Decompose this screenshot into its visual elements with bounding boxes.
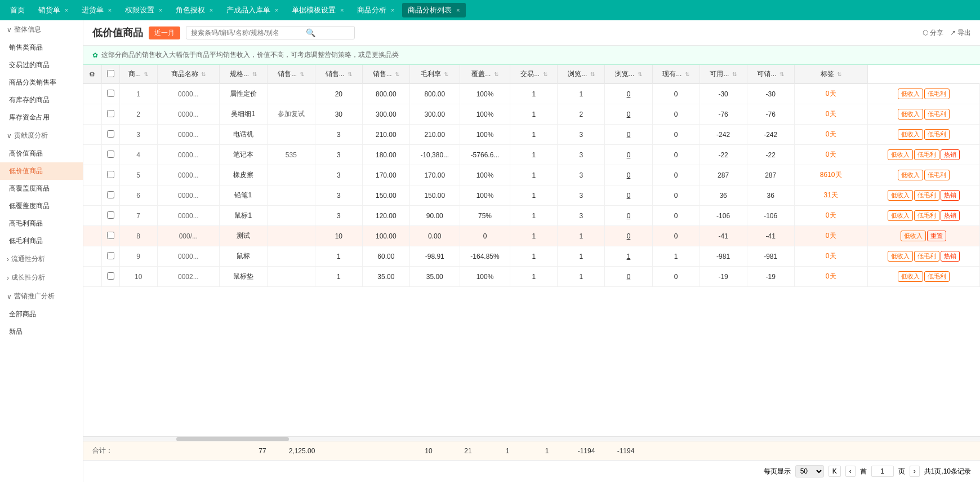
col-sales-qty[interactable]: 销售... ⇅ [267, 65, 315, 84]
nav-purchase-order[interactable]: 进货单 × [76, 3, 117, 17]
cell-checkbox[interactable] [101, 246, 119, 267]
nav-product-warehouse[interactable]: 产成品入库单 × [221, 3, 284, 17]
nav-product-analysis-list[interactable]: 商品分析列表 × [402, 3, 465, 17]
nav-sales-order[interactable]: 销货单 × [33, 3, 74, 17]
close-icon[interactable]: × [65, 7, 68, 14]
cell-checkbox[interactable] [101, 145, 119, 165]
col-checkbox[interactable] [101, 65, 119, 84]
view-count-link[interactable]: 0 [627, 212, 631, 220]
nav-permission[interactable]: 权限设置 × [119, 3, 168, 17]
row-checkbox[interactable] [107, 191, 114, 198]
close-icon[interactable]: × [275, 7, 278, 14]
close-icon[interactable]: × [159, 7, 162, 14]
col-code[interactable]: 商... ⇅ [119, 65, 157, 84]
sidebar-item-sales-products[interactable]: 销售类商品 [0, 39, 83, 56]
horizontal-scrollbar[interactable] [83, 436, 980, 441]
row-checkbox[interactable] [107, 130, 114, 138]
col-trade[interactable]: 交易... ⇅ [510, 65, 558, 84]
row-checkbox[interactable] [107, 252, 114, 259]
view-count-link[interactable]: 0 [627, 131, 631, 139]
row-checkbox[interactable] [107, 90, 114, 97]
col-available[interactable]: 可用... ⇅ [700, 65, 747, 84]
nav-product-analysis[interactable]: 商品分析 × [351, 3, 400, 17]
sidebar-section-contribution[interactable]: ∨ 贡献度分析 [0, 126, 83, 145]
sidebar-item-category-sales-rate[interactable]: 商品分类销售率 [0, 74, 83, 91]
cell-view1[interactable]: 0 [605, 206, 652, 226]
first-page-button[interactable]: K [828, 466, 841, 477]
sidebar-item-high-value[interactable]: 高价值商品 [0, 145, 83, 162]
close-icon[interactable]: × [391, 7, 394, 14]
sidebar-item-low-margin[interactable]: 低毛利商品 [0, 232, 83, 250]
cell-checkbox[interactable] [101, 267, 119, 287]
search-input[interactable] [191, 29, 304, 37]
view-count-link[interactable]: 0 [627, 232, 631, 240]
col-view1[interactable]: 浏览... ⇅ [558, 65, 605, 84]
cell-view1[interactable]: 0 [605, 104, 652, 125]
col-saleable[interactable]: 可销... ⇅ [747, 65, 794, 84]
cell-view1[interactable]: 0 [605, 145, 652, 165]
cell-view1[interactable]: 0 [605, 165, 652, 185]
col-view2[interactable]: 浏览... ⇅ [605, 65, 652, 84]
cell-checkbox[interactable] [101, 125, 119, 145]
cell-view1[interactable]: 0 [605, 267, 652, 287]
cell-checkbox[interactable] [101, 226, 119, 246]
col-name[interactable]: 商品名称 ⇅ [157, 65, 219, 84]
sidebar-item-low-coverage[interactable]: 低覆盖度商品 [0, 197, 83, 215]
next-page-button[interactable]: › [910, 466, 920, 477]
row-checkbox[interactable] [107, 211, 114, 219]
cell-view1[interactable]: 0 [605, 125, 652, 145]
close-icon[interactable]: × [340, 7, 344, 14]
cell-view1[interactable]: 1 [605, 246, 652, 267]
page-number-input[interactable] [871, 466, 894, 477]
col-spec[interactable]: 规格... ⇅ [219, 65, 267, 84]
filter-recent-month-button[interactable]: 近一月 [149, 26, 180, 39]
view-count-link[interactable]: 0 [627, 171, 631, 179]
close-icon[interactable]: × [210, 7, 213, 14]
col-gear[interactable]: ⚙ [83, 65, 101, 84]
sidebar-item-traded-products[interactable]: 交易过的商品 [0, 56, 83, 74]
col-sales-profit[interactable]: 销售... ⇅ [362, 65, 409, 84]
sidebar-section-overall[interactable]: ∨ 整体信息 [0, 20, 83, 39]
search-icon[interactable]: 🔍 [306, 28, 315, 37]
view-count-link[interactable]: 1 [627, 253, 631, 260]
nav-role-auth[interactable]: 角色授权 × [170, 3, 219, 17]
col-tags[interactable]: 标签 ⇅ [794, 65, 867, 84]
sidebar-section-marketing[interactable]: ∨ 营销推广分析 [0, 287, 83, 306]
sidebar-section-liquidity[interactable]: › 流通性分析 [0, 250, 83, 268]
close-icon[interactable]: × [108, 7, 112, 14]
sidebar-item-low-value[interactable]: 低价值商品 [0, 162, 83, 180]
view-count-link[interactable]: 0 [627, 90, 631, 98]
cell-checkbox[interactable] [101, 104, 119, 125]
view-count-link[interactable]: 0 [627, 192, 631, 200]
col-current[interactable]: 现有... ⇅ [652, 65, 700, 84]
col-coverage[interactable]: 覆盖... ⇅ [460, 65, 510, 84]
share-button[interactable]: ⬡ 分享 [923, 28, 943, 38]
table-container[interactable]: ⚙ 商... ⇅ 商品名称 ⇅ 规格... ⇅ 销售... ⇅ 销售... ⇅ … [83, 65, 980, 436]
view-count-link[interactable]: 0 [627, 110, 631, 118]
cell-view1[interactable]: 0 [605, 226, 652, 246]
prev-page-button[interactable]: ‹ [845, 466, 856, 477]
row-checkbox[interactable] [107, 110, 114, 117]
col-sales-amount[interactable]: 销售... ⇅ [315, 65, 362, 84]
row-checkbox[interactable] [107, 232, 114, 239]
sidebar-section-growth[interactable]: › 成长性分析 [0, 268, 83, 287]
cell-checkbox[interactable] [101, 84, 119, 104]
col-margin[interactable]: 毛利率 ⇅ [409, 65, 460, 84]
cell-checkbox[interactable] [101, 165, 119, 185]
cell-view1[interactable]: 0 [605, 185, 652, 206]
cell-checkbox[interactable] [101, 185, 119, 206]
sidebar-item-stocked-products[interactable]: 有库存的商品 [0, 91, 83, 109]
sidebar-item-inventory-funds[interactable]: 库存资金占用 [0, 109, 83, 126]
view-count-link[interactable]: 0 [627, 273, 631, 281]
sidebar-item-high-margin[interactable]: 高毛利商品 [0, 215, 83, 232]
row-checkbox[interactable] [107, 171, 114, 178]
nav-template-setting[interactable]: 单据模板设置 × [286, 3, 349, 17]
view-count-link[interactable]: 0 [627, 151, 631, 159]
sidebar-item-high-coverage[interactable]: 高覆盖度商品 [0, 180, 83, 197]
cell-checkbox[interactable] [101, 206, 119, 226]
row-checkbox[interactable] [107, 151, 114, 158]
cell-view1[interactable]: 0 [605, 84, 652, 104]
nav-home[interactable]: 首页 [5, 3, 30, 17]
row-checkbox[interactable] [107, 272, 114, 280]
sidebar-item-new-products[interactable]: 新品 [0, 323, 83, 341]
